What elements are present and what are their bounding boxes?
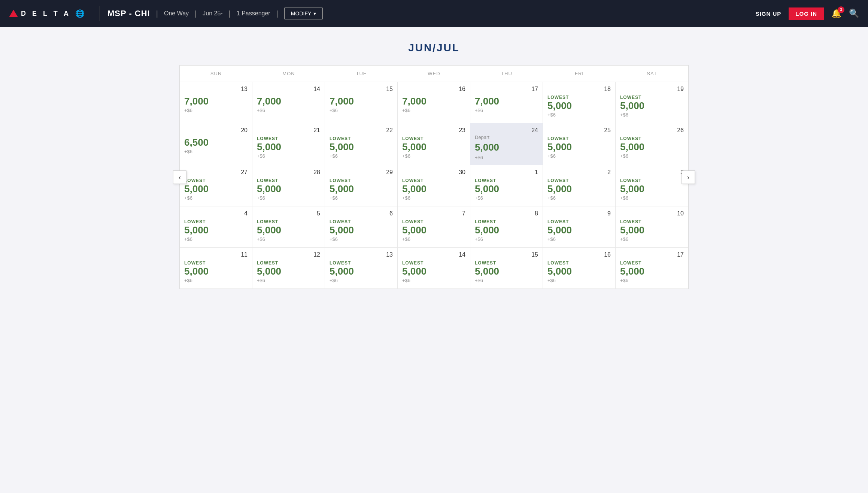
cell-cash: +$6 xyxy=(475,195,538,201)
cell-points: 7,000 xyxy=(330,96,393,106)
cell-points: 5,000 xyxy=(620,266,684,276)
cell-lowest-label: LOWEST xyxy=(330,136,393,141)
day-header-fri: FRI xyxy=(543,66,616,82)
cell-cash: +$6 xyxy=(547,236,611,242)
search-icon[interactable]: 🔍 xyxy=(849,9,859,18)
header-right: SIGN UP LOG IN 🔔 3 🔍 xyxy=(756,7,859,20)
calendar-cell[interactable]: 6LOWEST5,000+$6 xyxy=(325,206,398,248)
calendar-cell[interactable]: 5LOWEST5,000+$6 xyxy=(252,206,325,248)
sign-up-button[interactable]: SIGN UP xyxy=(756,10,781,17)
cell-lowest-label: LOWEST xyxy=(257,219,320,224)
calendar-cell[interactable]: 167,000+$6 xyxy=(398,82,470,123)
cell-cash: +$6 xyxy=(330,236,393,242)
cell-cash: +$6 xyxy=(547,112,611,118)
delta-logo: D E L T A 🌐 xyxy=(9,9,85,18)
cell-cash: +$6 xyxy=(547,278,611,283)
day-header-thu: THU xyxy=(470,66,543,82)
calendar-cell[interactable]: 10LOWEST5,000+$6 xyxy=(616,206,688,248)
cell-date: 11 xyxy=(241,251,248,258)
prev-month-button[interactable]: ‹ xyxy=(173,170,186,184)
cell-lowest-label: LOWEST xyxy=(257,260,320,266)
cell-points: 5,000 xyxy=(620,142,684,152)
logo-globe-icon: 🌐 xyxy=(75,9,85,18)
calendar-cell[interactable]: 1LOWEST5,000+$6 xyxy=(470,165,543,206)
cell-date: 14 xyxy=(313,86,320,93)
calendar-cell[interactable]: 9LOWEST5,000+$6 xyxy=(543,206,616,248)
logo-text: D E L T A xyxy=(21,10,71,18)
main-content: JUN/JUL ‹ › SUNMONTUEWEDTHUFRISAT 137,00… xyxy=(172,27,696,297)
cell-points: 5,000 xyxy=(330,266,393,276)
calendar-cell[interactable]: 16LOWEST5,000+$6 xyxy=(543,248,616,289)
calendar-cell[interactable]: 24Depart5,000+$6 xyxy=(470,123,543,165)
cell-date: 29 xyxy=(386,169,393,176)
calendar-cell[interactable]: 29LOWEST5,000+$6 xyxy=(325,165,398,206)
calendar-cell[interactable]: 8LOWEST5,000+$6 xyxy=(470,206,543,248)
calendar-cell[interactable]: 2LOWEST5,000+$6 xyxy=(543,165,616,206)
cell-points: 5,000 xyxy=(257,142,320,152)
calendar-cell[interactable]: 28LOWEST5,000+$6 xyxy=(252,165,325,206)
calendar-cell[interactable]: 14LOWEST5,000+$6 xyxy=(398,248,470,289)
cell-date: 15 xyxy=(531,251,538,258)
cell-points: 5,000 xyxy=(402,225,465,235)
cell-lowest-label: LOWEST xyxy=(184,219,248,224)
cell-date: 8 xyxy=(535,210,538,217)
day-header-wed: WED xyxy=(398,66,470,82)
cell-points: 5,000 xyxy=(547,225,611,235)
calendar-cell[interactable]: 25LOWEST5,000+$6 xyxy=(543,123,616,165)
calendar-cell[interactable]: 147,000+$6 xyxy=(252,82,325,123)
calendar-cell[interactable]: 18LOWEST5,000+$6 xyxy=(543,82,616,123)
header-divider xyxy=(100,6,100,21)
cell-cash: +$6 xyxy=(330,153,393,159)
cell-date: 13 xyxy=(241,86,248,93)
cell-lowest-label: LOWEST xyxy=(402,178,465,183)
cell-points: 5,000 xyxy=(620,225,684,235)
notification-icon[interactable]: 🔔 3 xyxy=(831,9,841,18)
calendar-cell[interactable]: 4LOWEST5,000+$6 xyxy=(180,206,252,248)
calendar-cell[interactable]: 30LOWEST5,000+$6 xyxy=(398,165,470,206)
modify-button[interactable]: MODIFY ▾ xyxy=(284,7,323,19)
calendar-cell[interactable]: 19LOWEST5,000+$6 xyxy=(616,82,688,123)
cell-date: 14 xyxy=(459,251,465,258)
calendar-cell[interactable]: 22LOWEST5,000+$6 xyxy=(325,123,398,165)
calendar-cell[interactable]: 3LOWEST5,000+$6 xyxy=(616,165,688,206)
cell-cash: +$6 xyxy=(184,278,248,283)
cell-points: 5,000 xyxy=(402,184,465,194)
cell-date: 10 xyxy=(677,210,684,217)
calendar-cell[interactable]: 13LOWEST5,000+$6 xyxy=(325,248,398,289)
cell-points: 5,000 xyxy=(184,184,248,194)
calendar-cell[interactable]: 27LOWEST5,000+$6 xyxy=(180,165,252,206)
cell-points: 5,000 xyxy=(547,184,611,194)
calendar-cell[interactable]: 206,500+$6 xyxy=(180,123,252,165)
cell-points: 5,000 xyxy=(475,142,538,153)
cell-cash: +$6 xyxy=(475,155,538,160)
cell-lowest-label: LOWEST xyxy=(547,260,611,266)
cell-points: 6,500 xyxy=(184,137,248,147)
cell-date: 19 xyxy=(677,86,684,93)
calendar-cell[interactable]: 137,000+$6 xyxy=(180,82,252,123)
cell-cash: +$6 xyxy=(620,195,684,201)
next-month-button[interactable]: › xyxy=(682,170,695,184)
calendar-cell[interactable]: 26LOWEST5,000+$6 xyxy=(616,123,688,165)
calendar-cell[interactable]: 11LOWEST5,000+$6 xyxy=(180,248,252,289)
calendar-cell[interactable]: 157,000+$6 xyxy=(325,82,398,123)
cell-lowest-label: LOWEST xyxy=(330,178,393,183)
calendar-cell[interactable]: 15LOWEST5,000+$6 xyxy=(470,248,543,289)
log-in-button[interactable]: LOG IN xyxy=(789,7,824,20)
cell-cash: +$6 xyxy=(475,236,538,242)
cell-lowest-label: LOWEST xyxy=(257,136,320,141)
calendar-cell[interactable]: 177,000+$6 xyxy=(470,82,543,123)
cell-lowest-label: LOWEST xyxy=(547,95,611,100)
calendar-cell[interactable]: 12LOWEST5,000+$6 xyxy=(252,248,325,289)
cell-date: 28 xyxy=(313,169,320,176)
calendar-grid: 137,000+$6147,000+$6157,000+$6167,000+$6… xyxy=(180,82,688,289)
sep4: | xyxy=(276,9,278,18)
cell-cash: +$6 xyxy=(184,108,248,113)
calendar-cell[interactable]: 23LOWEST5,000+$6 xyxy=(398,123,470,165)
cell-lowest-label: LOWEST xyxy=(620,95,684,100)
day-header-sun: SUN xyxy=(180,66,252,82)
cell-cash: +$6 xyxy=(620,153,684,159)
cell-date: 9 xyxy=(607,210,611,217)
calendar-cell[interactable]: 21LOWEST5,000+$6 xyxy=(252,123,325,165)
calendar-cell[interactable]: 7LOWEST5,000+$6 xyxy=(398,206,470,248)
calendar-cell[interactable]: 17LOWEST5,000+$6 xyxy=(616,248,688,289)
